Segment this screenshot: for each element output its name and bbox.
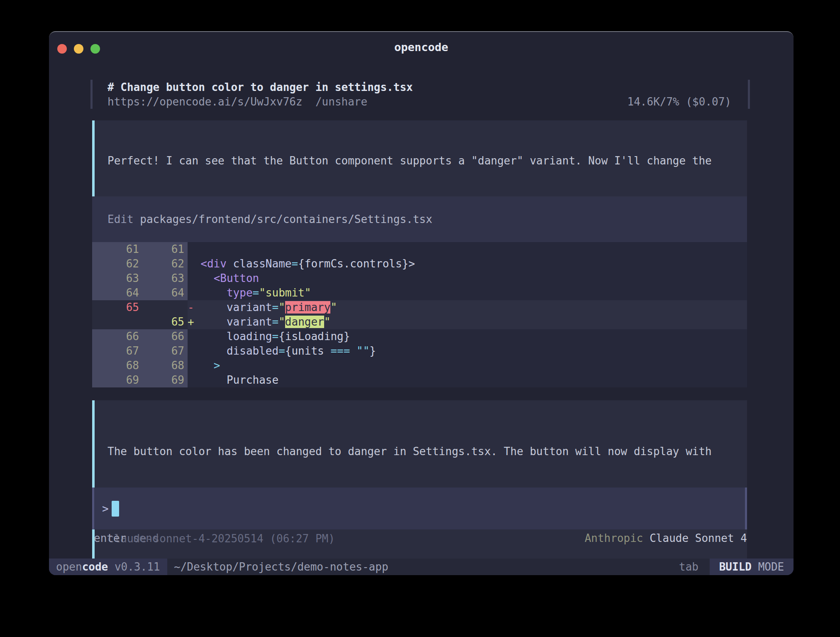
message-line: The button color has been changed to dan… (107, 444, 747, 459)
diff-row: 6161 (92, 242, 747, 257)
code-token (188, 359, 214, 372)
old-line-number: 61 (92, 242, 139, 257)
edited-file-path: packages/frontend/src/containers/Setting… (140, 213, 432, 225)
new-line-number: 66 (139, 329, 184, 344)
diff-row: 6767 disabled={units === ""} (92, 344, 747, 358)
diff-gutter: 6969 (92, 373, 188, 387)
code-token (188, 257, 200, 270)
code-token: = (272, 301, 279, 314)
app-version: v0.3.11 (108, 561, 160, 573)
enter-key-hint: enter (94, 532, 126, 544)
text-cursor (112, 501, 119, 517)
code-token (194, 301, 227, 314)
edit-tool-header: Edit packages/frontend/src/containers/Se… (92, 196, 747, 242)
minimize-button[interactable] (74, 44, 83, 54)
close-button[interactable] (57, 44, 67, 54)
code-token (194, 316, 227, 328)
new-line-number (139, 300, 184, 315)
code-token: > (408, 257, 415, 270)
new-line-number: 69 (139, 373, 184, 387)
diff-gutter: 6262 (92, 257, 188, 271)
diff-code-line (188, 242, 747, 257)
code-token (188, 287, 227, 299)
code-token: " (278, 301, 285, 314)
code-token: === (330, 345, 350, 357)
old-line-number: 64 (92, 286, 139, 300)
new-line-number: 61 (139, 242, 184, 257)
code-token: - (188, 301, 194, 314)
diff-code-line: + variant="danger" (188, 315, 747, 329)
old-line-number (92, 315, 139, 329)
diff-code-line: - variant="primary" (188, 300, 747, 315)
old-line-number: 67 (92, 344, 139, 358)
code-token: variant (227, 301, 272, 314)
code-token: > (214, 359, 220, 372)
code-token: + (188, 316, 194, 328)
share-url[interactable]: https://opencode.ai/s/UwJxv76z (107, 96, 303, 108)
prompt-symbol: > (102, 502, 109, 515)
code-token: type (227, 287, 253, 299)
message-line: Perfect! I can see that the Button compo… (107, 154, 747, 168)
app-version-chip: opencode v0.3.11 (49, 559, 167, 575)
code-token: className (233, 257, 292, 270)
diff-code-line: <Button (188, 271, 747, 286)
model-name: Claude Sonnet 4 (650, 532, 747, 544)
diff-gutter: 6161 (92, 242, 188, 257)
mode-name-bold: BUILD (719, 561, 752, 573)
mode-chip: BUILD MODE (710, 559, 794, 575)
provider-name: Anthropic (585, 532, 650, 544)
code-token (188, 374, 227, 386)
diff-code-line: Purchase (188, 373, 747, 387)
code-token: loading (227, 330, 272, 343)
code-token: disabled (227, 345, 278, 357)
app-name-normal: open (56, 561, 82, 573)
hint-bar: enter send Anthropic Claude Sonnet 4 (92, 531, 747, 546)
app-name-bold: code (82, 561, 108, 573)
old-line-number: 69 (92, 373, 139, 387)
title-bar: opencode (49, 32, 794, 61)
send-action-label: send (126, 532, 159, 544)
diff-row: 6262 <div className={formCs.controls}> (92, 257, 747, 271)
diff-row: 6868 > (92, 358, 747, 373)
diff-row: 6969 Purchase (92, 373, 747, 387)
mode-name-rest: MODE (752, 561, 784, 573)
model-indicator: Anthropic Claude Sonnet 4 (585, 531, 747, 546)
tool-name: Edit (107, 213, 140, 225)
code-token: = (291, 257, 298, 270)
diff-row: 65+ variant="danger" (92, 315, 747, 329)
prompt-input[interactable]: > (92, 488, 747, 529)
code-token: variant (227, 316, 272, 328)
old-line-number: 62 (92, 257, 139, 271)
edit-tool-block: Edit packages/frontend/src/containers/Se… (92, 196, 747, 387)
send-hint: enter send (92, 531, 159, 546)
code-token: <div (200, 257, 227, 270)
old-line-number: 65 (92, 300, 139, 315)
code-token: <Button (214, 272, 259, 284)
code-token: {units (285, 345, 331, 357)
diff-rows: 61616262 <div className={formCs.controls… (92, 242, 747, 387)
code-token: } (369, 345, 376, 357)
diff-gutter: 65 (92, 300, 188, 315)
code-token: {isLoading} (278, 330, 350, 343)
new-line-number: 68 (139, 358, 184, 373)
tab-key-hint: tab (679, 559, 698, 575)
code-token: danger (285, 316, 324, 328)
new-line-number: 63 (139, 271, 184, 286)
diff-gutter: 65 (92, 315, 188, 329)
session-header: # Change button color to danger in setti… (90, 80, 750, 109)
diff-gutter: 6464 (92, 286, 188, 300)
diff-code-line: loading={isLoading} (188, 329, 747, 344)
diff-gutter: 6868 (92, 358, 188, 373)
old-line-number: 68 (92, 358, 139, 373)
code-token: = (278, 345, 285, 357)
diff-row: 6666 loading={isLoading} (92, 329, 747, 344)
diff-code-line: > (188, 358, 747, 373)
unshare-command[interactable]: /unshare (315, 96, 367, 108)
diff-code-line: disabled={units === ""} (188, 344, 747, 358)
code-token: = (253, 287, 259, 299)
diff-code-line: type="submit" (188, 286, 747, 300)
new-line-number: 67 (139, 344, 184, 358)
code-token (188, 272, 214, 284)
diff-gutter: 6666 (92, 329, 188, 344)
zoom-button[interactable] (90, 44, 100, 54)
